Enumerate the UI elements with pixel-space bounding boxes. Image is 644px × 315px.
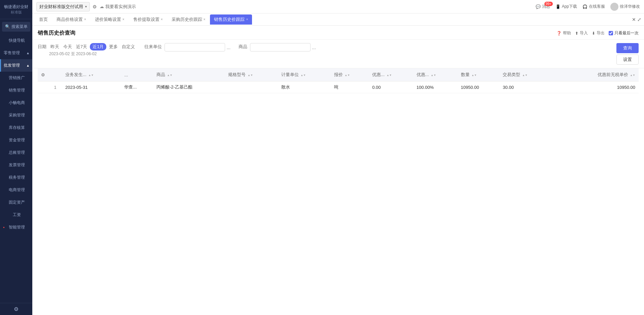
phone-icon: 📱 [556,4,561,9]
date-custom-btn[interactable]: 自定义 [120,43,136,50]
row-qty: 30.00 [499,81,552,93]
sidebar-item-smart-mgmt[interactable]: ● 智能管理 [0,221,32,234]
sidebar-item-tax[interactable]: 税务管理 [0,171,32,184]
sidebar-item-fixed-assets[interactable]: 固定资产 [0,196,32,209]
th-discount2[interactable]: 优惠... ▲▼ [413,68,458,81]
demo-link[interactable]: ☁ 我要看实例演示 [100,4,136,10]
main-content: 好业财标准版交付试用 ▾ ⚙ ☁ 我要看实例演示 💬 消息 99+ 📱 App下… [32,0,644,315]
sidebar-item-sales[interactable]: 销售管理 [0,84,32,97]
sidebar-item-ledger[interactable]: 总账管理 [0,146,32,159]
help-button[interactable]: ❓ 帮助 [557,30,571,36]
row-vendor: 华查... [121,81,153,93]
tab-close-icon[interactable]: × [122,18,124,21]
date-more-btn[interactable]: 更多 [108,43,119,50]
sidebar-item-quick-nav[interactable]: 快捷导航 [0,34,32,47]
sidebar-item-invoice[interactable]: 发票管理 [0,159,32,171]
product-filter: 商品 ... [239,43,316,51]
row-biz-date: 2023-05-31 [62,81,121,93]
row-quoted-price: 0.00 [369,81,413,93]
export-button[interactable]: ⬇ 导出 [592,30,605,36]
product-dots-button[interactable]: ... [312,45,316,50]
tab-close-icon[interactable]: × [84,18,86,21]
th-unit[interactable]: 计量单位 ▲▼ [278,68,331,81]
sidebar-item-ecommerce-mini[interactable]: 小畅电商 [0,97,32,109]
product-selector[interactable]: 好业财标准版交付试用 ▾ [36,2,90,11]
tab-sales-history[interactable]: 销售历史价跟踪 × [210,14,252,25]
th-trade-type[interactable]: 交易类型 ▲▼ [499,68,552,81]
sidebar-item-marketing[interactable]: 营销推广 [0,72,32,84]
date-buttons-row: 昨天 今天 近7天 近1月 更多 自定义 [49,43,136,50]
table-row: 1 2023-05-31 华查... 丙烯酸-2-乙基己酯 散水 吨 0.00 … [38,81,639,93]
only-last-input[interactable] [609,31,613,35]
table-header: ⚙ 业务发生... ▲▼ ... 商品 ▲▼ [38,68,639,81]
tab-price-extract[interactable]: 售价提取设置 × [129,14,167,25]
page-header-actions: ❓ 帮助 ⬆ 导入 ⬇ 导出 只看最后一次 [557,30,639,36]
sort-icon: ▲▼ [248,74,253,77]
sidebar-item-payroll[interactable]: 工资 [0,209,32,221]
online-service-button[interactable]: 🎧 在线客服 [582,4,605,9]
only-last-checkbox[interactable]: 只看最后一次 [609,30,639,36]
vendor-filter-label: 往来单位 [144,43,162,50]
tab-maximize-button[interactable]: ⤢ [637,17,641,22]
sidebar-item-ecommerce[interactable]: 电商管理 [0,184,32,196]
vendor-input[interactable] [165,43,225,51]
th-product[interactable]: 商品 ▲▼ [153,68,225,81]
product-input[interactable] [250,43,311,51]
tab-product-price[interactable]: 商品价格设置 × [52,14,90,25]
sort-icon: ▲▼ [300,74,306,77]
vendor-filter: 往来单位 ... [144,43,230,51]
app-download-button[interactable]: 📱 App下载 [556,4,577,9]
user-menu-button[interactable]: 徐泽华修改 [610,3,640,11]
message-badge: 99+ [544,2,553,6]
app-logo-edition: 标准版 [3,10,30,15]
date-1month-btn[interactable]: 近1月 [90,43,106,50]
app-logo-name: 畅捷通好业财 [3,4,30,10]
tab-cost-strategy[interactable]: 进价策略设置 × [91,14,129,25]
tab-purchase-history[interactable]: 采购历史价跟踪 × [168,14,210,25]
th-qty[interactable]: 数量 ▲▼ [458,68,500,81]
tab-close-window-button[interactable]: ✕ [632,17,636,22]
tab-close-icon[interactable]: × [161,18,163,21]
vendor-dots-button[interactable]: ... [226,45,230,50]
filter-actions: 查询 设置 [616,43,639,65]
th-more[interactable]: ... [121,68,153,81]
th-price[interactable]: 报价 ▲▼ [331,68,369,81]
sidebar-item-inventory[interactable]: 库存核算 [0,121,32,134]
topbar-settings-button[interactable]: ⚙ [93,4,97,9]
th-pre-tax-price[interactable]: 优惠前无税单价 ▲▼ [564,68,639,81]
import-icon: ⬆ [575,31,578,36]
sidebar-item-wholesale[interactable]: 批发管理 ▲ [0,59,32,72]
row-product: 丙烯酸-2-乙基己酯 [153,81,225,93]
date-today-btn[interactable]: 今天 [62,43,73,50]
import-button[interactable]: ⬆ 导入 [575,30,588,36]
row-price-unit: 吨 [331,81,369,93]
headset-icon: 🎧 [582,4,587,9]
query-button[interactable]: 查询 [616,43,639,53]
sidebar-item-retail[interactable]: 零售管理 ▲ [0,47,32,59]
date-7days-btn[interactable]: 近7天 [75,43,88,50]
sidebar-settings-button[interactable]: ⚙ [14,306,19,312]
date-filter-label: 日期 [38,43,46,50]
date-options: 昨天 今天 近7天 近1月 更多 自定义 2023-05-02 至 2023-0… [49,43,136,57]
sidebar-item-finance[interactable]: 资金管理 [0,134,32,146]
sidebar-item-purchase[interactable]: 采购管理 [0,109,32,121]
th-discount1[interactable]: 优惠... ▲▼ [369,68,413,81]
tab-close-icon[interactable]: × [204,18,206,21]
search-icon: 🔍 [5,24,10,29]
export-icon: ⬇ [592,31,595,36]
row-num: 1 [48,81,62,93]
sort-icon: ▲▼ [630,74,635,77]
search-menu-button[interactable]: 🔍 搜索菜单 [2,22,30,32]
th-biz-date[interactable]: 业务发生... ▲▼ [62,68,121,81]
row-spec [225,81,278,93]
top-bar: 好业财标准版交付试用 ▾ ⚙ ☁ 我要看实例演示 💬 消息 99+ 📱 App下… [32,0,644,13]
th-spec[interactable]: 规格型号 ▲▼ [225,68,278,81]
sidebar-logo: 畅捷通好业财 标准版 [0,0,32,19]
tab-close-icon[interactable]: × [246,18,248,21]
settings-button[interactable]: 设置 [616,55,639,65]
tab-home[interactable]: 首页 [35,14,52,25]
date-yesterday-btn[interactable]: 昨天 [49,43,61,50]
th-rownum [48,68,62,81]
topbar-right: 💬 消息 99+ 📱 App下载 🎧 在线客服 徐泽华修改 [536,3,640,11]
message-button[interactable]: 💬 消息 99+ [536,4,550,9]
